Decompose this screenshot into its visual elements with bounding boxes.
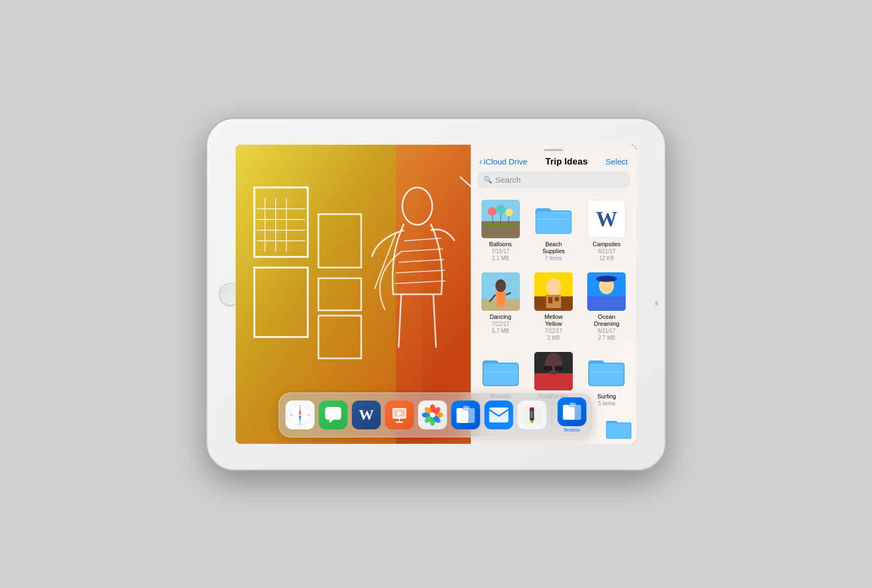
dock-browse-section: Browse [558, 397, 587, 433]
dock: W [279, 393, 594, 437]
svg-rect-75 [607, 423, 630, 438]
file-thumb-dancing [481, 272, 520, 311]
svg-rect-72 [589, 371, 624, 372]
file-meta-ocean-dreaming: 8/21/172.7 MB [598, 327, 616, 341]
svg-rect-114 [563, 407, 575, 420]
back-label: iCloud Drive [484, 157, 527, 166]
file-item-beach-supplies[interactable]: BeachSupplies 7 items [528, 195, 579, 266]
file-thumb-mellow [534, 272, 573, 311]
search-bar[interactable]: 🔍 Search [477, 171, 630, 188]
file-name-mellow-yellow: MellowYellow [544, 313, 563, 327]
svg-rect-103 [457, 410, 469, 423]
file-meta-campsites: 8/21/1712 KB [598, 248, 616, 262]
svg-rect-111 [531, 411, 532, 418]
dock-divider [552, 404, 552, 426]
svg-rect-55 [587, 296, 626, 311]
dock-icon-pencil[interactable] [518, 401, 547, 429]
file-thumb-surfing [587, 352, 626, 390]
svg-line-29 [433, 294, 436, 348]
svg-rect-43 [536, 211, 571, 233]
file-thumb-beach-supplies [534, 200, 573, 238]
bottom-folder [605, 417, 632, 440]
svg-line-24 [401, 249, 443, 252]
svg-rect-66 [544, 366, 552, 371]
svg-rect-104 [457, 408, 463, 412]
dock-icon-word[interactable]: W [352, 401, 381, 429]
file-name-ocean-dreaming: OceanDreaming [594, 313, 619, 327]
dock-icon-messages[interactable] [319, 401, 348, 429]
svg-rect-105 [489, 407, 509, 422]
svg-point-33 [488, 207, 496, 216]
svg-rect-115 [563, 405, 570, 409]
svg-point-22 [402, 187, 432, 225]
file-thumb-sunglasses [534, 352, 573, 390]
file-meta-beach-supplies: 7 items [545, 255, 562, 262]
panel-title: Trip Ideas [545, 156, 587, 167]
svg-line-30 [375, 233, 396, 289]
dock-icon-mail[interactable] [485, 401, 513, 429]
file-thumb-campsites: W [587, 200, 626, 238]
svg-line-28 [399, 294, 401, 348]
panel-header: ‹ iCloud Drive Trip Ideas Select [471, 151, 636, 171]
files-grid: Balloons 7/15/172.1 MB [471, 193, 636, 415]
svg-rect-39 [484, 224, 517, 226]
browse-label: Browse [564, 427, 580, 433]
dock-icon-photos[interactable] [418, 401, 447, 429]
svg-rect-5 [318, 278, 361, 310]
svg-rect-58 [598, 277, 615, 281]
file-item-dancing[interactable]: Dancing 7/22/175.7 MB [475, 268, 526, 346]
svg-point-47 [495, 279, 506, 292]
file-item-balloons[interactable]: Balloons 7/15/172.1 MB [475, 195, 526, 266]
side-button [655, 301, 658, 305]
svg-rect-2 [254, 187, 308, 257]
file-thumb-resorts [481, 352, 520, 390]
file-meta-balloons: 7/15/172.1 MB [492, 248, 509, 262]
search-placeholder: Search [495, 175, 521, 184]
back-button[interactable]: ‹ iCloud Drive [479, 157, 527, 167]
svg-rect-62 [484, 371, 518, 372]
file-meta-surfing: 5 items [598, 400, 615, 407]
svg-rect-52 [548, 297, 552, 303]
svg-point-50 [546, 278, 561, 296]
svg-rect-109 [530, 407, 534, 410]
svg-rect-44 [536, 219, 571, 220]
file-item-campsites[interactable]: W Campsites 8/21/1712 KB [581, 195, 632, 266]
svg-rect-3 [254, 268, 308, 337]
file-name-beach-supplies: BeachSupplies [542, 241, 565, 255]
ipad-device: ‹ iCloud Drive Trip Ideas Select 🔍 Searc… [206, 118, 666, 471]
svg-line-23 [404, 238, 441, 241]
file-meta-mellow-yellow: 7/22/172 MB [544, 327, 562, 341]
file-item-ocean-dreaming[interactable]: OceanDreaming 8/21/172.7 MB [581, 268, 632, 346]
svg-rect-61 [484, 364, 518, 385]
select-button[interactable]: Select [605, 157, 628, 166]
svg-rect-102 [463, 406, 470, 410]
svg-point-35 [505, 209, 513, 216]
svg-rect-88 [396, 421, 403, 423]
file-name-balloons: Balloons [489, 241, 512, 248]
svg-point-34 [496, 205, 505, 214]
svg-rect-113 [570, 403, 576, 406]
dock-icon-browse[interactable] [558, 397, 587, 426]
svg-line-25 [399, 260, 444, 262]
ipad-screen: ‹ iCloud Drive Trip Ideas Select 🔍 Searc… [236, 145, 636, 444]
svg-rect-6 [318, 316, 361, 358]
svg-rect-64 [534, 373, 573, 390]
file-name-dancing: Dancing [489, 313, 511, 320]
dock-icon-safari[interactable] [286, 401, 315, 429]
file-item-mellow-yellow[interactable]: MellowYellow 7/22/172 MB [528, 268, 579, 346]
svg-line-27 [395, 281, 446, 284]
file-thumb-balloons [481, 200, 520, 238]
svg-point-100 [430, 412, 435, 418]
word-doc-icon: W [587, 200, 626, 238]
file-name-campsites: Campsites [593, 241, 620, 248]
file-thumb-ocean [587, 272, 626, 311]
svg-rect-4 [318, 214, 361, 268]
svg-rect-67 [555, 366, 563, 371]
svg-line-26 [396, 270, 445, 273]
svg-rect-53 [555, 297, 559, 301]
back-chevron-icon: ‹ [479, 157, 482, 167]
dock-icon-files[interactable] [451, 401, 480, 429]
search-icon: 🔍 [484, 176, 492, 184]
dock-icon-keynote[interactable] [385, 401, 414, 429]
file-name-surfing: Surfing [597, 393, 616, 400]
